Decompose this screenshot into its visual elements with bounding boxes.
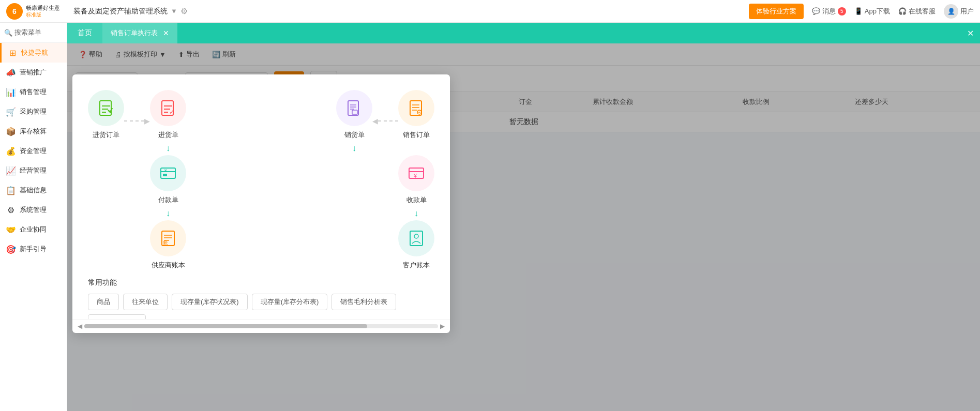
operation-icon: 📈 bbox=[6, 166, 16, 175]
search-icon: 🔍 bbox=[4, 29, 12, 37]
down-arrow-purchase-bill: ↓ bbox=[150, 144, 186, 153]
common-functions: 常用功能 商品 往来单位 现存量(库存状况表) 现存量(库存分布表) 销售毛利分… bbox=[88, 278, 434, 319]
user-item[interactable]: 👤 用户 bbox=[944, 4, 974, 19]
modal: 进货订单 ▶ bbox=[72, 74, 450, 333]
settings-icon[interactable]: ⚙ bbox=[180, 6, 188, 16]
content-area: 首页 销售订单执行表 ✕ ✕ ❓ 帮助 🖨 按模板打印 bbox=[67, 23, 980, 411]
inventory-icon: 📦 bbox=[6, 127, 16, 136]
tab-bar: 首页 销售订单执行表 ✕ ✕ bbox=[67, 23, 980, 43]
func-btn-inventory-dist[interactable]: 现存量(库存分布表) bbox=[252, 294, 328, 310]
arrows-down-row-2: ↓ ↓ bbox=[88, 209, 434, 218]
flow-row-1: 进货订单 ▶ bbox=[88, 90, 434, 140]
svg-text:¥: ¥ bbox=[164, 168, 167, 173]
enterprise-icon: 🤝 bbox=[6, 225, 16, 234]
system-icon: ⚙ bbox=[6, 205, 16, 215]
message-item[interactable]: 💬 消息 5 bbox=[812, 7, 846, 16]
svg-point-27 bbox=[414, 234, 418, 238]
logo-area: 6 畅康通好生意 标准版 bbox=[6, 3, 73, 20]
flow-row-3: 账 供应商账本 bbox=[88, 220, 434, 270]
basic-info-icon: 📋 bbox=[6, 186, 16, 195]
app-container: 6 畅康通好生意 标准版 装备及固定资产辅助管理系统 ▼ ⚙ 体验行业方案 💬 … bbox=[0, 0, 980, 411]
sidebar-search[interactable]: 🔍 搜索菜单 bbox=[0, 23, 67, 43]
flow-node-purchase-bill[interactable]: ✓ 进货单 bbox=[150, 90, 186, 140]
svg-rect-16 bbox=[163, 174, 167, 176]
headset-icon: 🎧 bbox=[898, 7, 907, 15]
sidebar-item-operation[interactable]: 📈 经营管理 bbox=[0, 161, 67, 180]
sidebar-item-inventory[interactable]: 📦 库存核算 bbox=[0, 121, 67, 141]
message-badge: 5 bbox=[838, 7, 846, 16]
scroll-right-icon[interactable]: ▶ bbox=[440, 323, 445, 330]
supplier-account-circle: 账 bbox=[150, 220, 186, 256]
flow-row-2: ¥ 付款单 bbox=[88, 155, 434, 205]
sidebar-item-quick-nav[interactable]: ⊞ 快捷导航 bbox=[0, 43, 67, 63]
func-btn-partner[interactable]: 往来单位 bbox=[123, 294, 168, 310]
func-btn-goods[interactable]: 商品 bbox=[88, 294, 119, 310]
sales-icon: 📊 bbox=[6, 87, 16, 97]
flow-node-receipt-bill[interactable]: ¥ 收款单 bbox=[398, 155, 434, 205]
window-close-button[interactable]: ✕ bbox=[967, 28, 974, 38]
flow-node-payment-bill[interactable]: ¥ 付款单 bbox=[150, 155, 186, 205]
tab-sales-order[interactable]: 销售订单执行表 ✕ bbox=[102, 23, 177, 43]
svg-rect-3 bbox=[348, 101, 358, 115]
arrows-down-row: ↓ ↓ bbox=[88, 144, 434, 153]
system-title: 装备及固定资产辅助管理系统 ▼ ⚙ bbox=[73, 6, 749, 16]
svg-rect-8 bbox=[410, 101, 421, 115]
trial-button[interactable]: 体验行业方案 bbox=[749, 4, 804, 19]
scroll-track bbox=[84, 324, 438, 328]
flow-node-sales-bill[interactable]: 销货单 bbox=[336, 90, 372, 140]
sidebar-item-basic-info[interactable]: 📋 基础信息 bbox=[0, 180, 67, 200]
modal-overlay[interactable]: 进货订单 ▶ bbox=[67, 43, 980, 411]
flow-node-sales-order[interactable]: 销售订单 bbox=[398, 90, 434, 140]
app-download-item[interactable]: 📱 App下载 bbox=[854, 7, 890, 16]
avatar: 👤 bbox=[944, 4, 958, 19]
svg-rect-0 bbox=[100, 101, 111, 115]
finance-icon: 💰 bbox=[6, 146, 16, 156]
scroll-left-icon[interactable]: ◀ bbox=[78, 323, 82, 330]
flow-node-supplier-account[interactable]: 账 供应商账本 bbox=[150, 220, 186, 270]
tab-close-button[interactable]: ✕ bbox=[163, 29, 169, 37]
receipt-bill-circle: ¥ bbox=[398, 155, 434, 191]
sidebar-item-purchase[interactable]: 🛒 采购管理 bbox=[0, 102, 67, 121]
svg-text:账: 账 bbox=[163, 240, 168, 246]
svg-text:¥: ¥ bbox=[413, 173, 417, 179]
flow-node-customer-account[interactable]: 客户账本 bbox=[398, 220, 434, 270]
purchase-icon: 🛒 bbox=[6, 107, 16, 116]
svg-rect-14 bbox=[161, 168, 175, 178]
purchase-bill-circle: ✓ bbox=[150, 90, 186, 126]
sales-order-circle bbox=[398, 90, 434, 126]
modal-content: 进货订单 ▶ bbox=[72, 74, 450, 319]
common-title: 常用功能 bbox=[88, 278, 434, 287]
quick-nav-icon: ⊞ bbox=[8, 48, 17, 57]
modal-scrollbar[interactable]: ◀ ▶ bbox=[72, 319, 450, 333]
sidebar-item-finance[interactable]: 💰 资金管理 bbox=[0, 141, 67, 161]
func-btn-goods-margin[interactable]: 商品毛利分析 bbox=[88, 314, 146, 319]
dropdown-arrow-icon[interactable]: ▼ bbox=[171, 7, 177, 15]
logo-icon: 6 bbox=[6, 3, 23, 20]
svg-rect-7 bbox=[352, 110, 357, 114]
flow-node-purchase-order[interactable]: 进货订单 bbox=[88, 90, 124, 140]
main-area: 🔍 搜索菜单 ⊞ 快捷导航 📣 营销推广 📊 销售管理 🛒 采购管理 bbox=[0, 23, 980, 411]
phone-icon: 📱 bbox=[854, 7, 863, 15]
arrow-purchase-to-purchase-bill: ▶ bbox=[124, 117, 150, 140]
sidebar-item-guide[interactable]: 🎯 新手引导 bbox=[0, 239, 67, 259]
scroll-thumb bbox=[84, 324, 367, 328]
down-arrow-sales-bill: ↓ bbox=[336, 144, 372, 153]
online-service-item[interactable]: 🎧 在线客服 bbox=[898, 7, 936, 16]
svg-text:✓: ✓ bbox=[169, 109, 174, 116]
sidebar-item-marketing[interactable]: 📣 营销推广 bbox=[0, 63, 67, 82]
down-arrow-receipt: ↓ bbox=[398, 209, 434, 218]
sidebar-item-sales[interactable]: 📊 销售管理 bbox=[0, 82, 67, 102]
top-right: 💬 消息 5 📱 App下载 🎧 在线客服 👤 用户 bbox=[812, 4, 974, 19]
system-name: 装备及固定资产辅助管理系统 bbox=[73, 7, 168, 16]
sidebar-item-system[interactable]: ⚙ 系统管理 bbox=[0, 200, 67, 220]
tab-home[interactable]: 首页 bbox=[67, 23, 102, 43]
logo-text: 畅康通好生意 标准版 bbox=[26, 4, 60, 18]
main-content: ❓ 帮助 🖨 按模板打印 ▼ ⬆ 导出 🔄 刷新 bbox=[67, 43, 980, 411]
marketing-icon: 📣 bbox=[6, 68, 16, 77]
sidebar-item-enterprise[interactable]: 🤝 企业协同 bbox=[0, 220, 67, 239]
func-btn-sales-margin[interactable]: 销售毛利分析表 bbox=[331, 294, 396, 310]
func-btn-inventory-status[interactable]: 现存量(库存状况表) bbox=[172, 294, 248, 310]
sales-bill-circle bbox=[336, 90, 372, 126]
top-bar: 6 畅康通好生意 标准版 装备及固定资产辅助管理系统 ▼ ⚙ 体验行业方案 💬 … bbox=[0, 0, 980, 23]
guide-icon: 🎯 bbox=[6, 245, 16, 254]
